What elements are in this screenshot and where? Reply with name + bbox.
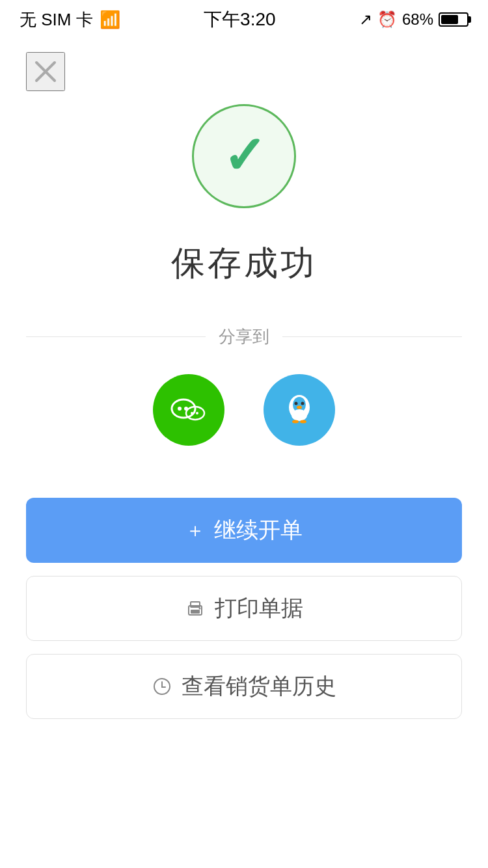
share-wechat-button[interactable]	[153, 374, 224, 446]
plus-icon: ＋	[185, 517, 205, 544]
svg-point-15	[300, 420, 306, 424]
no-sim-text: 无 SIM 卡	[20, 8, 93, 31]
divider-right	[282, 336, 462, 337]
main-content: ✓ 保存成功 分享到	[0, 39, 488, 745]
divider-left	[26, 336, 206, 337]
continue-label: 继续开单	[214, 515, 303, 545]
wechat-icon	[169, 390, 208, 429]
close-button[interactable]	[26, 52, 65, 91]
printer-icon	[185, 598, 206, 619]
share-label: 分享到	[219, 325, 269, 348]
battery-icon	[439, 12, 468, 27]
success-circle: ✓	[192, 104, 296, 208]
history-icon	[152, 676, 172, 697]
status-time: 下午3:20	[204, 7, 276, 32]
print-label: 打印单据	[215, 593, 303, 623]
svg-point-13	[291, 409, 307, 421]
svg-point-7	[196, 412, 198, 414]
action-buttons: ＋ 继续开单 打印单据 查看销货单历史	[26, 498, 462, 719]
svg-rect-18	[191, 610, 200, 614]
status-right: ↗ ⏰ 68%	[359, 10, 468, 29]
continue-button[interactable]: ＋ 继续开单	[26, 498, 462, 563]
qq-icon	[280, 390, 319, 429]
check-icon: ✓	[223, 130, 266, 182]
svg-point-10	[295, 402, 298, 405]
svg-point-14	[292, 420, 299, 424]
svg-point-6	[191, 412, 193, 414]
svg-point-3	[178, 407, 182, 411]
status-left: 无 SIM 卡 📶	[20, 8, 120, 31]
print-button[interactable]: 打印单据	[26, 576, 462, 641]
history-button[interactable]: 查看销货单历史	[26, 654, 462, 719]
svg-point-2	[172, 400, 195, 418]
svg-point-19	[199, 608, 201, 610]
wifi-icon: 📶	[100, 10, 120, 30]
history-label: 查看销货单历史	[182, 671, 336, 701]
share-divider: 分享到	[26, 325, 462, 348]
share-icons-container	[153, 374, 335, 446]
status-bar: 无 SIM 卡 📶 下午3:20 ↗ ⏰ 68%	[0, 0, 488, 39]
location-icon: ↗	[359, 10, 372, 29]
svg-point-12	[297, 406, 302, 409]
svg-point-11	[301, 402, 305, 405]
close-icon	[34, 60, 57, 83]
success-title: 保存成功	[171, 241, 317, 286]
alarm-icon: ⏰	[377, 10, 397, 29]
battery-percent: 68%	[402, 10, 433, 29]
share-qq-button[interactable]	[264, 374, 335, 446]
